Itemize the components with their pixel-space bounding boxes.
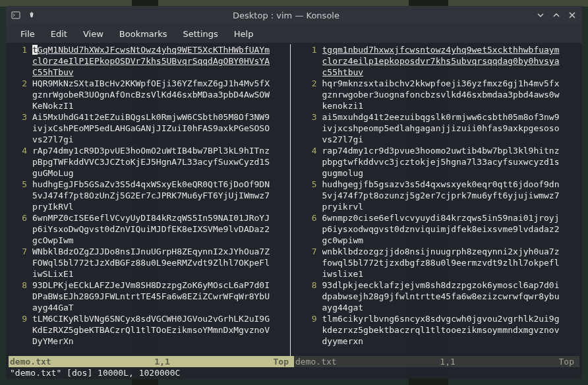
status-scroll: Top <box>274 356 293 367</box>
code-line: rAp74dmy1cR9D3pvUE3hoOmO2uWtIB4bw7BPl3kL… <box>32 145 290 156</box>
code-line: pryikrvl <box>322 201 580 212</box>
code-line: ayg44GaT <box>32 302 290 313</box>
status-pos: 1,1 <box>337 356 559 367</box>
statusbar-inactive: demo.txt 1,1 Top <box>294 356 579 367</box>
vim-left-pane[interactable]: 123456789 tGqM1NbUd7hXWxJFcwsNtOwz4yhq9W… <box>9 44 290 356</box>
code-line: Ai5MxUhdG41t2eEZuiBQgsLk0RmjwW6CSbth05M8… <box>32 111 290 123</box>
vertical-split-icon <box>290 44 291 356</box>
code-line: KeNokzI1 <box>32 100 290 111</box>
vim-right-pane[interactable]: 123456789 tgqm1nbud7hxwxjfcwsntowz4yhq9w… <box>299 44 580 356</box>
code-line: 93DLPKjeECkLAFZJeJVm8SH8DzzpgZoK6yMOscL6… <box>32 280 290 291</box>
code-line: C55hTbuv <box>32 67 290 78</box>
code-line: c55htbuv <box>322 67 580 78</box>
menu-view[interactable]: View <box>76 28 110 40</box>
titlebar: Desktop : vim — Konsole <box>6 6 582 24</box>
status-file: demo.txt <box>295 356 337 367</box>
code-line: clorz4eilp1epkoposdvr7khs5ubvqrsqqdag0by… <box>322 55 580 67</box>
pin-icon[interactable] <box>27 11 36 20</box>
code-line: vs27l7gi <box>322 134 580 145</box>
code-line: hudhgEgJFb5GSaZv3S5d4qxWSxyEk0eQR0QtT6jD… <box>32 179 290 190</box>
code-line: gznrwgober3uognafoncbzsvlkd46sxbmdaa3pbd… <box>322 89 580 100</box>
statusbar-active: demo.txt 1,1 Top <box>9 356 294 367</box>
code-line: dyymerxn <box>322 336 580 347</box>
code-line: p6iYsxoDwQgvst0dZnVIQuiMJDfEK8eIXSVMe9lv… <box>32 223 290 235</box>
terminal-area[interactable]: 123456789 tGqM1NbUd7hXWxJFcwsNtOwz4yhq9W… <box>6 43 582 379</box>
code-line: dpabwsejh28g9jfwlntrtte45fa6w8ezizcwrwfq… <box>322 291 580 302</box>
code-line: gc0wpiwm <box>322 235 580 246</box>
code-line: 6wnmpz0cise6eflvcvyuydi84krzqws5in59nai0… <box>322 212 580 223</box>
vim-cmdline: "demo.txt" [dos] 10000L, 1020000C <box>9 367 579 379</box>
code-line: hqr9mknzsxtaibchv2kkwpfoeji36yzfmxz6gj1h… <box>322 78 580 89</box>
code-line: gznrWgobeR3UOgnAfOncBzsVlKd46sxbMDaa3pbD… <box>32 89 290 100</box>
code-line: iwslixe1 <box>322 268 580 280</box>
code-line: ivjxCshPEoMP5edLAHGaGANjJIZuiI0hFAS9axkP… <box>32 123 290 134</box>
code-line: kdezrxz5gbektbaczrql1tltooezikmsoymmndxm… <box>322 324 580 336</box>
code-line: clOrz4eIlP1EPkopOSDVr7khs5UBvqrSqqdAgOBY… <box>32 55 290 67</box>
code-line: tgqm1nbud7hxwxjfcwsntowz4yhq9wet5xckthhw… <box>322 44 580 55</box>
code-line: 5vj474f7pt8ozunzj5g2er7cjprk7mu6yft6yjuj… <box>322 190 580 201</box>
menu-edit[interactable]: Edit <box>44 28 74 40</box>
status-file: demo.txt <box>10 356 51 367</box>
menu-bookmarks[interactable]: Bookmarks <box>113 28 174 40</box>
menu-help[interactable]: Help <box>227 28 260 40</box>
menu-file[interactable]: File <box>14 28 42 40</box>
code-line: pBpgTWFkddVVC3JCZtoKjEJ5HgnA7L33acyfSuxw… <box>32 156 290 167</box>
status-scroll: Top <box>559 356 578 367</box>
code-line: p6iysxodwqgvst0dznviquimjdfek8eixsvme9lv… <box>322 223 580 235</box>
code-line: fowql5bl772tjzxdbgfz88u0l9eermzvdt9zlhl7… <box>322 257 580 268</box>
code-line: tlm6cikyrlbvng6sncyx8sdvgcwh0jgvou2vgrhl… <box>322 313 580 324</box>
code-line: ai5mxuhdg41t2eezuibqgslk0rmjww6csbth05m8… <box>322 111 580 123</box>
maximize-icon[interactable] <box>552 11 561 20</box>
left-code[interactable]: tGqM1NbUd7hXWxJFcwsNtOwz4yhq9WET5XcKThHW… <box>32 44 290 356</box>
code-line: HQR9MkNzSXtaIBcHv2KKWpfOEji36YZfmxZ6gJ1h… <box>32 78 290 89</box>
statusbars: demo.txt 1,1 Top demo.txt 1,1 Top <box>9 356 579 367</box>
code-line: vs27l7gi <box>32 134 290 145</box>
code-line: gcOwpIwm <box>32 235 290 246</box>
minimize-icon[interactable] <box>536 11 545 20</box>
code-line: KdEzRXZ5gbeKTBACzrQl1tlTOoEzikmsoYMmnDxM… <box>32 324 290 336</box>
code-line: kenokzi1 <box>322 100 580 111</box>
code-line: pryIkRVl <box>32 201 290 212</box>
code-line: DPaBWsEJh28G9JFWLntrtTE45Fa6w8EZiZCwrWFq… <box>32 291 290 302</box>
code-line: pbpgtwfkddvvc3jcztokjej5hgna7l33acyfsuxw… <box>322 156 580 167</box>
code-line: rap74dmy1cr9d3pvue3hoomo2uwtib4bw7bpl3kl… <box>322 145 580 156</box>
code-line: 5vJ474f7pt8OzUnZj5G2Er7cJPRK7Mu6yFT6YjUj… <box>32 190 290 201</box>
konsole-window: Desktop : vim — Konsole File Edit View B… <box>6 6 582 379</box>
code-line: guGMoLug <box>32 167 290 179</box>
left-gutter: 123456789 <box>9 44 32 356</box>
code-line: wnbklbdzozgzjjdo8nsijnuugrph8zeqynni2xjy… <box>322 246 580 257</box>
menubar: File Edit View Bookmarks Settings Help <box>6 24 582 43</box>
code-line: 93dlpkjeecklafzjejvm8sh8dzzpgzok6ymoscl6… <box>322 280 580 291</box>
code-line: tLM6CIKyRlbVNg6SNCyx8sdVGCWH0JGVou2vGrhL… <box>32 313 290 324</box>
right-gutter: 123456789 <box>299 44 322 356</box>
code-line: iwSLixE1 <box>32 268 290 280</box>
code-line: DyYMerXn <box>32 336 290 347</box>
code-line: hudhgegjfb5gsazv3s5d4qxwsxyek0eqr0qtt6jd… <box>322 179 580 190</box>
window-title: Desktop : vim — Konsole <box>36 11 536 20</box>
right-code[interactable]: tgqm1nbud7hxwxjfcwsntowz4yhq9wet5xckthhw… <box>322 44 580 356</box>
status-pos: 1,1 <box>51 356 274 367</box>
code-line: tGqM1NbUd7hXWxJFcwsNtOwz4yhq9WET5XcKThHW… <box>32 44 290 55</box>
code-line: ivjxcshpeomp5edlahgaganjjizuii0hfas9axkp… <box>322 123 580 134</box>
code-line: 6wnMPZ0cISE6eflVCvyUyDI84kRzqWS5In59NAI0… <box>32 212 290 223</box>
code-line: ayg44gat <box>322 302 580 313</box>
code-line: FOWql5bl772tJzXdBGFz88u0L9eeRMZvdt9Zlhl7… <box>32 257 290 268</box>
terminal-icon <box>11 11 20 20</box>
code-line: gugmolug <box>322 167 580 179</box>
code-line: WNbklBdzOZgZJJDo8nsIJnuUGrpH8ZEqynnI2xJY… <box>32 246 290 257</box>
close-icon[interactable] <box>568 11 577 20</box>
menu-settings[interactable]: Settings <box>176 28 224 40</box>
svg-rect-0 <box>12 12 20 18</box>
